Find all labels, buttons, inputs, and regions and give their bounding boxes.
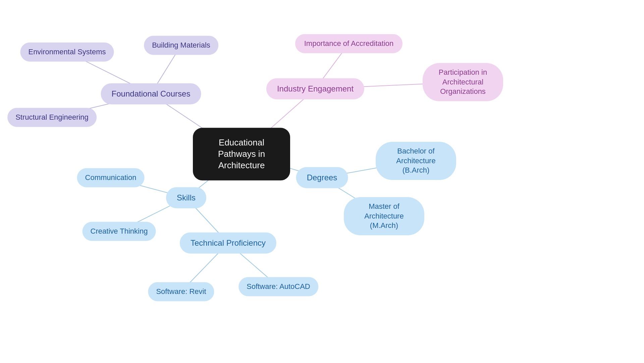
master-architecture-node: Master of Architecture(M.Arch) [344, 197, 424, 235]
software-autocad-node: Software: AutoCAD [238, 277, 318, 296]
creative-thinking-node: Creative Thinking [83, 222, 156, 241]
software-revit-node: Software: Revit [148, 282, 214, 301]
participation-architectural-node: Participation in ArchitecturalOrganizati… [423, 63, 503, 101]
environmental-systems-node: Environmental Systems [20, 43, 114, 62]
technical-proficiency-node: Technical Proficiency [180, 232, 276, 253]
skills-node: Skills [166, 187, 206, 208]
communication-node: Communication [77, 168, 145, 187]
importance-accreditation-node: Importance of Accreditation [295, 34, 402, 53]
building-materials-node: Building Materials [144, 36, 218, 55]
structural-engineering-node: Structural Engineering [7, 108, 97, 127]
foundational-courses-node: Foundational Courses [101, 83, 201, 104]
bachelor-architecture-node: Bachelor of Architecture(B.Arch) [376, 142, 456, 180]
center-node: Educational Pathways inArchitecture [193, 128, 290, 180]
mind-map-container: Educational Pathways inArchitectureFound… [0, 0, 644, 363]
degrees-node: Degrees [296, 167, 348, 188]
industry-engagement-node: Industry Engagement [266, 78, 364, 99]
